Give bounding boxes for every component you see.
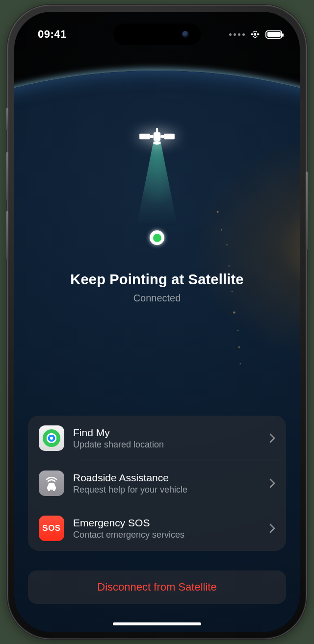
chevron-right-icon <box>269 523 275 533</box>
heading-subtitle: Connected <box>14 293 300 304</box>
svg-rect-12 <box>53 490 55 491</box>
status-time: 09:41 <box>38 28 67 41</box>
option-title: Emergency SOS <box>73 517 261 529</box>
connection-heading: Keep Pointing at Satellite Connected <box>14 272 300 304</box>
option-subtitle: Update shared location <box>73 440 261 450</box>
svg-rect-0 <box>254 33 256 36</box>
option-roadside-assistance[interactable]: Roadside Assistance Request help for you… <box>28 461 286 506</box>
option-subtitle: Request help for your vehicle <box>73 485 261 495</box>
svg-rect-10 <box>47 486 56 490</box>
disconnect-button[interactable]: Disconnect from Satellite <box>28 570 286 604</box>
volume-up-button <box>6 152 8 201</box>
satellite-icon <box>250 29 261 40</box>
option-title: Find My <box>73 427 261 439</box>
location-target-dot-icon <box>150 230 164 245</box>
chevron-right-icon <box>269 478 275 488</box>
heading-title: Keep Pointing at Satellite <box>14 272 300 288</box>
option-find-my[interactable]: Find My Update shared location <box>28 416 286 461</box>
sos-icon: SOS <box>39 516 64 541</box>
screen: 09:41 <box>14 12 300 632</box>
svg-point-9 <box>153 141 161 145</box>
find-my-icon <box>39 425 64 451</box>
svg-rect-6 <box>150 135 154 138</box>
volume-down-button <box>6 211 8 260</box>
svg-rect-5 <box>164 134 175 139</box>
disconnect-label: Disconnect from Satellite <box>97 581 216 594</box>
svg-rect-8 <box>156 128 158 132</box>
side-button <box>306 172 308 250</box>
svg-rect-7 <box>160 135 164 138</box>
svg-rect-11 <box>48 490 50 491</box>
status-bar: 09:41 <box>14 24 300 45</box>
satellite-glyph-icon <box>136 123 178 152</box>
svg-rect-3 <box>154 132 160 141</box>
option-title: Roadside Assistance <box>73 472 261 484</box>
option-subtitle: Contact emergency services <box>73 530 261 540</box>
mute-switch <box>6 108 8 130</box>
svg-rect-2 <box>257 33 260 35</box>
option-emergency-sos[interactable]: SOS Emergency SOS Contact emergency serv… <box>28 506 286 551</box>
options-card: Find My Update shared location <box>28 416 286 551</box>
svg-rect-4 <box>139 134 150 139</box>
roadside-assistance-icon <box>39 471 64 496</box>
home-indicator[interactable] <box>113 622 201 625</box>
sos-icon-label: SOS <box>42 523 60 533</box>
svg-rect-1 <box>251 33 254 35</box>
cell-signal-dots-icon <box>229 33 245 36</box>
chevron-right-icon <box>269 433 275 443</box>
device-frame: 09:41 <box>7 5 307 639</box>
battery-icon <box>265 30 282 39</box>
